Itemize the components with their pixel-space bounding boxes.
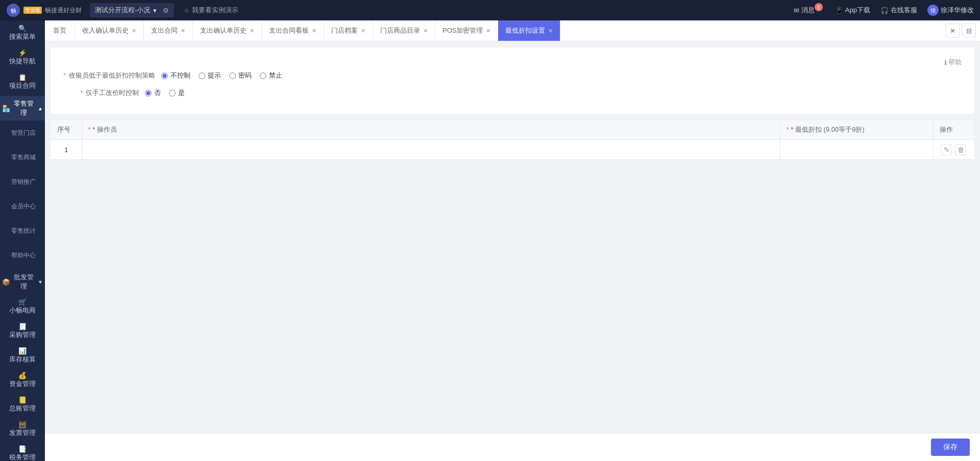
shortcut-icon: ⚡ bbox=[18, 49, 27, 57]
sidebar-label-capital-mgmt: 资金管理 bbox=[9, 379, 36, 389]
tab-store-archive[interactable]: 门店档案 ✕ bbox=[324, 20, 373, 41]
cell-seq-1: 1 bbox=[51, 140, 82, 160]
avatar-icon: 徐 bbox=[927, 5, 939, 16]
purchase-icon: 🧾 bbox=[18, 323, 27, 330]
main-layout: 🔍 搜索菜单 ⚡ 快捷导航 📋 项目合同 🏪 零售管理 ▲ 智营门店 零售商城 … bbox=[0, 20, 980, 461]
radio-hint[interactable] bbox=[199, 72, 205, 79]
wholesale-icon: 📦 bbox=[2, 278, 10, 286]
tab-pos-password-label: POS加密管理 bbox=[443, 26, 483, 35]
customer-service-btn[interactable]: 🎧 在线客服 bbox=[880, 6, 917, 15]
app-download-label: App下载 bbox=[845, 6, 870, 15]
sidebar-item-tax-mgmt[interactable]: 📑 税务管理 bbox=[0, 441, 45, 461]
sidebar-item-small-ecom[interactable]: 🛒 小畅电商 bbox=[0, 294, 45, 319]
tab-store-catalog[interactable]: 门店商品目录 ✕ bbox=[373, 20, 435, 41]
sidebar-item-purchase-mgmt[interactable]: 🧾 采购管理 bbox=[0, 319, 45, 343]
close-tab-btn[interactable]: ✕ bbox=[945, 23, 960, 38]
table-header-row: 序号 * * 操作员 * * 最低折扣 (9.00等于9折) 操作 bbox=[51, 120, 974, 140]
cell-operator-1 bbox=[82, 140, 780, 160]
tab-min-discount[interactable]: 最低折扣设置 ✕ bbox=[498, 20, 560, 41]
page-content: ℹ 帮助 * 收银员低于最低折扣控制策略 不控制 bbox=[45, 41, 980, 433]
sidebar-item-shortcut[interactable]: ⚡ 快捷导航 bbox=[0, 45, 45, 69]
help-icon: ℹ bbox=[944, 59, 947, 66]
project-dropdown-icon: ▾ bbox=[153, 7, 157, 14]
tab-payment-board[interactable]: 支出合同看板 ✕ bbox=[262, 20, 324, 41]
tab-income-confirm[interactable]: 收入确认单历史 ✕ bbox=[75, 20, 144, 41]
demo-circle-icon: ○ bbox=[184, 6, 188, 14]
tab-store-archive-close[interactable]: ✕ bbox=[361, 28, 365, 34]
tab-pos-password-close[interactable]: ✕ bbox=[486, 28, 491, 34]
tab-payment-confirm-close[interactable]: ✕ bbox=[250, 28, 254, 34]
sidebar-item-smart-store[interactable]: 智营门店 bbox=[0, 120, 45, 145]
contract-icon: 📋 bbox=[18, 74, 27, 81]
sidebar-item-marketing[interactable]: 营销推广 bbox=[0, 169, 45, 194]
sidebar-item-help-center[interactable]: 帮助中心 bbox=[0, 243, 45, 268]
cashier-control-label-text: 收银员低于最低折扣控制策略 bbox=[69, 71, 155, 79]
option-forbidden[interactable]: 禁止 bbox=[260, 71, 282, 80]
sidebar-item-project-contract[interactable]: 📋 项目合同 bbox=[0, 69, 45, 94]
tab-pos-password[interactable]: POS加密管理 ✕ bbox=[435, 20, 498, 41]
option-forbidden-label: 禁止 bbox=[269, 71, 282, 80]
messages-btn[interactable]: ✉ 消息 8 bbox=[794, 6, 825, 15]
cell-discount-1 bbox=[780, 140, 933, 160]
edit-row-btn[interactable]: ✎ bbox=[941, 144, 952, 155]
invoice-icon: 🧮 bbox=[18, 421, 27, 428]
sidebar-item-capital-mgmt[interactable]: 💰 资金管理 bbox=[0, 368, 45, 392]
radio-no[interactable] bbox=[145, 90, 152, 96]
save-button[interactable]: 保存 bbox=[931, 439, 970, 456]
tab-payment-confirm[interactable]: 支出确认单历史 ✕ bbox=[193, 20, 262, 41]
radio-yes[interactable] bbox=[169, 90, 176, 96]
radio-password[interactable] bbox=[229, 72, 236, 79]
app-download-btn[interactable]: 📱 App下载 bbox=[835, 6, 870, 15]
settings-icon[interactable]: ⚙ bbox=[163, 7, 169, 14]
sidebar-item-retail-mall[interactable]: 零售商城 bbox=[0, 145, 45, 169]
option-no[interactable]: 否 bbox=[145, 88, 161, 98]
sidebar-label-retail-mall: 零售商城 bbox=[11, 153, 36, 162]
user-label: 徐泽华修改 bbox=[941, 6, 974, 15]
tab-payment-board-close[interactable]: ✕ bbox=[312, 28, 316, 34]
help-btn[interactable]: ℹ 帮助 bbox=[944, 58, 962, 67]
delete-row-btn[interactable]: 🗑 bbox=[955, 144, 966, 155]
sidebar-item-ledger-mgmt[interactable]: 📒 总账管理 bbox=[0, 392, 45, 417]
delete-icon: 🗑 bbox=[958, 146, 964, 154]
tab-payment-contract-close[interactable]: ✕ bbox=[181, 28, 185, 34]
sidebar-label-member-center: 会员中心 bbox=[11, 202, 36, 211]
option-no-control[interactable]: 不控制 bbox=[161, 71, 190, 80]
tab-bar: 首页 收入确认单历史 ✕ 支出合同 ✕ 支出确认单历史 ✕ 支出合同看板 ✕ 门… bbox=[45, 20, 980, 41]
cashier-control-label: * 收银员低于最低折扣控制策略 bbox=[63, 71, 161, 80]
tab-bar-actions: ✕ ⊟ bbox=[941, 23, 980, 38]
sidebar: 🔍 搜索菜单 ⚡ 快捷导航 📋 项目合同 🏪 零售管理 ▲ 智营门店 零售商城 … bbox=[0, 20, 45, 461]
tab-income-confirm-close[interactable]: ✕ bbox=[132, 28, 136, 34]
sidebar-label-smart-store: 智营门店 bbox=[11, 129, 36, 137]
demo-link[interactable]: ○ 我要看实例演示 bbox=[184, 6, 238, 15]
tax-icon: 📑 bbox=[18, 445, 27, 453]
user-menu-btn[interactable]: 徐 徐泽华修改 bbox=[927, 5, 974, 16]
sidebar-item-search[interactable]: 🔍 搜索菜单 bbox=[0, 20, 45, 45]
messages-label: 消息 bbox=[801, 6, 815, 15]
form-card: ℹ 帮助 * 收银员低于最低折扣控制策略 不控制 bbox=[51, 47, 974, 114]
sidebar-item-member-center[interactable]: 会员中心 bbox=[0, 194, 45, 219]
headset-icon: 🎧 bbox=[880, 7, 889, 14]
sidebar-item-retail-mgmt[interactable]: 🏪 零售管理 ▲ bbox=[0, 96, 45, 120]
option-no-control-label: 不控制 bbox=[170, 71, 190, 80]
radio-forbidden[interactable] bbox=[260, 72, 266, 79]
option-password[interactable]: 密码 bbox=[229, 71, 252, 80]
radio-no-control[interactable] bbox=[161, 72, 168, 79]
sidebar-label-invoice-mgmt: 发票管理 bbox=[9, 428, 36, 438]
option-hint[interactable]: 提示 bbox=[199, 71, 221, 80]
sidebar-item-retail-stats[interactable]: 零售统计 bbox=[0, 219, 45, 243]
sidebar-item-invoice-mgmt[interactable]: 🧮 发票管理 bbox=[0, 417, 45, 441]
option-yes[interactable]: 是 bbox=[169, 88, 185, 98]
tab-store-catalog-close[interactable]: ✕ bbox=[423, 28, 428, 34]
discount-table: 序号 * * 操作员 * * 最低折扣 (9.00等于9折) 操作 bbox=[51, 120, 974, 160]
project-selector[interactable]: 测试分开流程-小况 ▾ ⚙ bbox=[90, 3, 174, 17]
sidebar-item-wholesale-mgmt[interactable]: 📦 批发管理 ▼ bbox=[0, 270, 45, 294]
manual-price-options: 否 是 bbox=[145, 88, 185, 98]
tab-home[interactable]: 首页 bbox=[45, 20, 75, 41]
sidebar-label-retail-mgmt: 零售管理 bbox=[12, 99, 35, 117]
tab-min-discount-close[interactable]: ✕ bbox=[548, 28, 553, 34]
tab-payment-contract[interactable]: 支出合同 ✕ bbox=[144, 20, 193, 41]
app-logo: 畅 专业版 畅捷通好业财 bbox=[6, 3, 82, 17]
sidebar-item-inventory[interactable]: 📊 库存核算 bbox=[0, 343, 45, 368]
tab-options-btn[interactable]: ⊟ bbox=[962, 23, 976, 38]
sidebar-label-search: 搜索菜单 bbox=[9, 32, 36, 41]
